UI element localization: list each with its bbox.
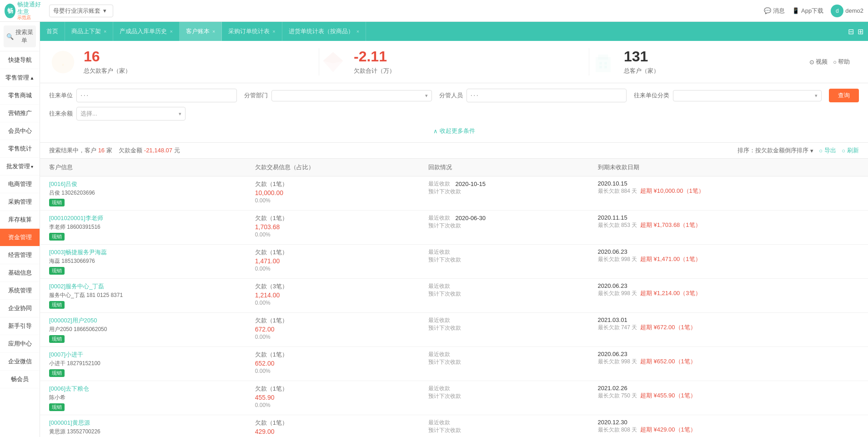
customer-code-7[interactable]: [000001]黄思源 xyxy=(49,419,237,427)
sort-select[interactable]: 排序：按欠款金额倒序排序 ▾ xyxy=(738,146,813,155)
tab-close-icon[interactable]: × xyxy=(104,29,106,34)
page-content: ¥ 16 总欠款客户（家） xyxy=(40,41,868,437)
overdue-amount-6[interactable]: 超期 ¥455.90（1笔） xyxy=(640,392,696,399)
tab-close-icon[interactable]: × xyxy=(272,29,275,34)
debt-amount-3[interactable]: 1,214.00 xyxy=(255,291,410,299)
svg-rect-8 xyxy=(599,65,602,68)
overdue-amount-3[interactable]: 超期 ¥1,214.00（3笔） xyxy=(640,290,701,296)
sidebar-item-enterprise-wechat[interactable]: 企业微信 xyxy=(0,353,40,371)
customer-code-3[interactable]: [0002]服务中心_丁磊 xyxy=(49,282,237,291)
app-download-button[interactable]: 📱 App下载 xyxy=(792,7,823,15)
sidebar-item-operations[interactable]: 经营管理 xyxy=(0,246,40,264)
sidebar-item-quick-nav[interactable]: 快捷导航 xyxy=(0,51,40,69)
cell-recovery-4: 最近收款 预计下次收款 xyxy=(419,313,589,347)
sidebar-item-member-center[interactable]: 会员中心 xyxy=(0,122,40,140)
customer-code-1[interactable]: [0001020001]李老师 xyxy=(49,214,237,222)
expand-icon[interactable]: ⊞ xyxy=(858,27,863,36)
video-icon: ⊙ xyxy=(809,59,814,65)
sidebar-item-retail-stats[interactable]: 零售统计 xyxy=(0,140,40,158)
help-icon: ○ xyxy=(833,59,837,65)
debt-amount-7[interactable]: 429.00 xyxy=(255,428,410,435)
cell-customer-2: [0003]畅捷服务尹海蕊 海蕊 18513066976 现销 xyxy=(40,245,246,279)
debt-percent-4: 0.00% xyxy=(255,334,410,340)
help-button[interactable]: ○ 帮助 xyxy=(833,58,850,66)
results-info: 搜索结果中，客户 16 家 欠款金额 -21,148.07 元 xyxy=(49,146,180,155)
export-button[interactable]: ○ 导出 xyxy=(819,146,836,155)
tab-warehouse-history[interactable]: 产成品入库单历史 × xyxy=(113,22,179,41)
sidebar-item-wholesale-mgmt[interactable]: 批发管理 ▾ xyxy=(0,158,40,176)
customer-tag-4: 现销 xyxy=(49,335,65,343)
search-menu-button[interactable]: 🔍 搜索菜单 xyxy=(4,25,36,47)
sidebar-item-retail-mall[interactable]: 零售商城 xyxy=(0,87,40,105)
source-unit-input[interactable]: ··· xyxy=(76,89,237,102)
tab-purchase-product-stats[interactable]: 进货单统计表（按商品） × xyxy=(282,22,366,41)
sidebar-item-marketing[interactable]: 营销推广 xyxy=(0,105,40,122)
balance-select[interactable]: 选择... ▾ xyxy=(76,107,186,121)
tab-home[interactable]: 首页 xyxy=(40,22,65,41)
debt-amount-6[interactable]: 455.90 xyxy=(255,394,410,401)
customer-code-2[interactable]: [0003]畅捷服务尹海蕊 xyxy=(49,248,237,256)
dept-select[interactable]: ▾ xyxy=(271,90,432,101)
sidebar-item-member[interactable]: 畅会员 xyxy=(0,371,40,388)
overdue-amount-0[interactable]: 超期 ¥10,000.00（1笔） xyxy=(640,187,704,194)
tab-purchase-stats[interactable]: 采购订单统计表 × xyxy=(222,22,282,41)
sidebar: 🔍 搜索菜单 快捷导航 零售管理 ▲ 零售商城 营销推广 会员中心 零售统计 xyxy=(0,22,40,437)
tab-close-icon[interactable]: × xyxy=(356,29,359,34)
tab-customer-account[interactable]: 客户账本 × xyxy=(180,22,222,41)
debt-amount-5[interactable]: 652.00 xyxy=(255,360,410,367)
collapse-icon[interactable]: ⊟ xyxy=(848,27,854,36)
debt-percent-5: 0.00% xyxy=(255,368,410,374)
overdue-amount-5[interactable]: 超期 ¥652.00（1笔） xyxy=(640,358,696,365)
overdue-amount-7[interactable]: 超期 ¥429.00（1笔） xyxy=(640,426,696,433)
tab-close-icon[interactable]: × xyxy=(170,29,172,34)
debt-percent-1: 0.00% xyxy=(255,231,410,238)
sidebar-item-retail-mgmt[interactable]: 零售管理 ▲ xyxy=(0,69,40,87)
search-button[interactable]: 查询 xyxy=(829,89,859,102)
stat-label-debt-total: 欠款合计（万） xyxy=(354,67,395,75)
sidebar-item-purchase[interactable]: 采购管理 xyxy=(0,193,40,211)
customer-code-0[interactable]: [0016]吕俊 xyxy=(49,180,237,188)
overdue-days-3: 最长欠款 998 天 超期 ¥1,214.00（3笔） xyxy=(598,289,859,297)
debt-amount-1[interactable]: 1,703.68 xyxy=(255,223,410,231)
company-select[interactable]: 母婴行业演示账套 ▾ xyxy=(49,5,113,17)
message-button[interactable]: 💬 消息 xyxy=(764,7,785,15)
debt-amount-4[interactable]: 672.00 xyxy=(255,326,410,333)
recovery-next-7: 预计下次收款 xyxy=(428,427,580,434)
overdue-days-7: 最长欠款 808 天 超期 ¥429.00（1笔） xyxy=(598,426,859,434)
svg-rect-5 xyxy=(598,55,608,60)
customer-code-4[interactable]: [000002]用户2050 xyxy=(49,316,237,325)
tab-bar-actions: ⊟ ⊞ xyxy=(843,27,868,36)
sidebar-item-ecommerce[interactable]: 电商管理 xyxy=(0,176,40,193)
cell-customer-3: [0002]服务中心_丁磊 服务中心_丁磊 181 0125 8371 现销 xyxy=(40,279,246,313)
tab-product-listing[interactable]: 商品上下架 × xyxy=(65,22,113,41)
debt-amount-0[interactable]: 10,000.00 xyxy=(255,189,410,196)
recovery-next-2: 预计下次收款 xyxy=(428,256,580,264)
search-icon: 🔍 xyxy=(6,33,14,40)
overdue-amount-4[interactable]: 超期 ¥672.00（1笔） xyxy=(640,324,696,331)
video-button[interactable]: ⊙ 视频 xyxy=(809,58,828,66)
top-actions: 💬 消息 📱 App下载 d demo2 xyxy=(764,5,863,17)
sidebar-item-inventory[interactable]: 库存核算 xyxy=(0,211,40,229)
cell-due-date-2: 2020.06.23 最长欠款 998 天 超期 ¥1,471.00（1笔） xyxy=(589,245,868,279)
overdue-amount-2[interactable]: 超期 ¥1,471.00（1笔） xyxy=(640,256,701,262)
sidebar-item-basic-info[interactable]: 基础信息 xyxy=(0,264,40,282)
user-profile[interactable]: d demo2 xyxy=(831,5,863,17)
customer-code-6[interactable]: [0006]去下粮仓 xyxy=(49,385,237,393)
customer-tag-2: 现销 xyxy=(49,267,65,275)
filter-balance: 往来余额 选择... ▾ xyxy=(49,107,186,121)
person-input[interactable]: ··· xyxy=(467,89,627,102)
svg-text:¥: ¥ xyxy=(62,63,64,66)
customer-code-5[interactable]: [0007]小进干 xyxy=(49,351,237,359)
overdue-amount-1[interactable]: 超期 ¥1,703.68（1笔） xyxy=(640,221,701,228)
sidebar-item-app-center[interactable]: 应用中心 xyxy=(0,335,40,353)
unit-category-select[interactable]: ▾ xyxy=(673,90,822,101)
tab-close-icon[interactable]: × xyxy=(212,29,215,34)
sidebar-item-enterprise-collab[interactable]: 企业协同 xyxy=(0,300,40,317)
debt-amount-2[interactable]: 1,471.00 xyxy=(255,257,410,265)
sidebar-item-system[interactable]: 系统管理 xyxy=(0,282,40,300)
sidebar-item-finance[interactable]: 资金管理 xyxy=(0,229,40,246)
collapse-button[interactable]: ∧ 收起更多条件 xyxy=(49,125,859,137)
refresh-button[interactable]: ○ 刷新 xyxy=(842,146,859,155)
sidebar-item-guide[interactable]: 新手引导 xyxy=(0,317,40,335)
filter-row-2: 往来余额 选择... ▾ xyxy=(49,107,859,121)
